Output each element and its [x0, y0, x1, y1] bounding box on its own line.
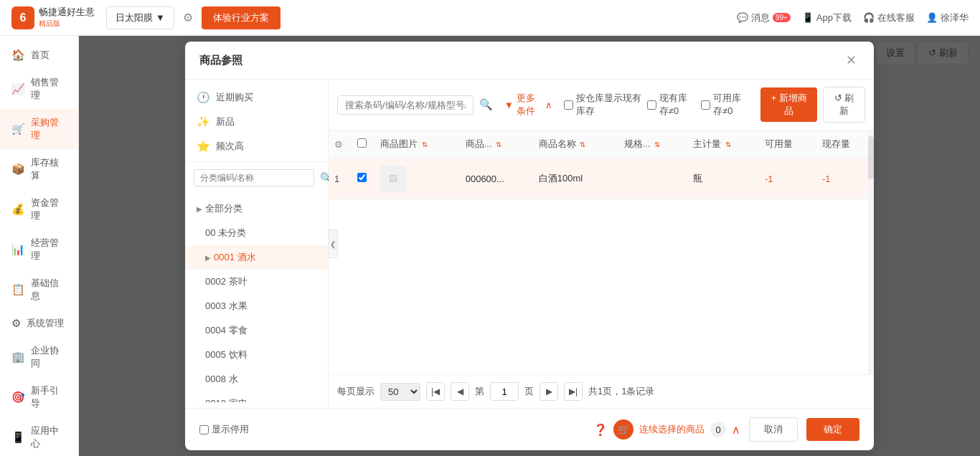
sidebar-item-inventory[interactable]: 📦 库存核算 — [0, 149, 78, 189]
cancel-button[interactable]: 取消 — [749, 417, 798, 442]
close-icon[interactable]: ✕ — [842, 52, 859, 69]
cart-icon[interactable]: 🛒 — [613, 419, 633, 440]
left-item-frequent[interactable]: ⭐ 频次高 — [185, 134, 328, 158]
sort-icon: ⇅ — [422, 141, 428, 148]
category-liquor[interactable]: ▶ 0001 酒水 — [185, 245, 328, 270]
usable-stock-checkbox[interactable] — [701, 100, 710, 110]
category-search-input[interactable] — [194, 169, 314, 186]
table-scrollbar[interactable] — [868, 130, 874, 374]
filter-icon: ▼ — [504, 100, 514, 110]
chevron-down-icon: ▼ — [156, 12, 165, 23]
nav-online-service[interactable]: 🎧 在线客服 — [863, 11, 915, 24]
category-beverage[interactable]: 0005 饮料 — [185, 343, 328, 367]
sidebar-item-operation[interactable]: 📊 经营管理 — [0, 229, 78, 270]
th-image[interactable]: 商品图片 ⇅ — [374, 130, 460, 158]
right-panel: 🔍 ▼ 更多条件 ∧ 按仓库显示现有库存 — [329, 80, 874, 408]
column-settings-icon[interactable]: ⚙ — [334, 139, 343, 150]
nav-app-download[interactable]: 📱 App下载 — [802, 11, 852, 24]
sidebar-item-purchase[interactable]: 🛒 采购管理 — [0, 109, 78, 149]
category-tea[interactable]: 0002 茶叶 — [185, 270, 328, 294]
basic-info-icon: 📋 — [11, 283, 25, 296]
row-unit: 瓶 — [687, 158, 759, 199]
nav-messages[interactable]: 💬 消息 99+ — [737, 11, 791, 24]
row-spec — [618, 158, 688, 199]
available-stock-checkbox[interactable] — [647, 100, 656, 110]
logo-text: 畅捷通好生意 精品版 — [39, 6, 95, 29]
star-icon: ⭐ — [197, 140, 210, 153]
search-icon[interactable]: 🔍 — [479, 98, 493, 111]
help-icon[interactable]: ❓ — [593, 423, 608, 437]
modal-overlay: 商品参照 ✕ 🕐 近期购买 ✨ 新品 — [79, 36, 980, 456]
first-page-button[interactable]: |◀ — [426, 382, 445, 401]
category-water[interactable]: 0008 水 — [185, 367, 328, 391]
guide-icon: 🎯 — [11, 391, 25, 404]
logo-area: 6 畅捷通好生意 精品版 — [11, 6, 98, 29]
store-selector[interactable]: 日太阳膜 ▼ — [106, 6, 174, 29]
recent-icon: 🕐 — [197, 91, 210, 104]
modal-toolbar: 🔍 ▼ 更多条件 ∧ 按仓库显示现有库存 — [329, 80, 874, 130]
row-checkbox-cell[interactable] — [352, 158, 374, 199]
category-snack[interactable]: 0004 零食 — [185, 318, 328, 343]
logo-icon: 6 — [11, 6, 34, 29]
left-item-recent[interactable]: 🕐 近期购买 — [185, 85, 328, 110]
sidebar-item-finance[interactable]: 💰 资金管理 — [0, 189, 78, 229]
sort-icon: ⇅ — [725, 141, 731, 148]
next-page-button[interactable]: ▶ — [540, 382, 558, 401]
last-page-button[interactable]: ▶| — [564, 382, 583, 401]
th-name[interactable]: 商品名称 ⇅ — [533, 130, 618, 158]
product-thumbnail: 🖼 — [380, 166, 406, 191]
sidebar-item-sales[interactable]: 📈 销售管理 — [0, 69, 78, 109]
operation-icon: 📊 — [11, 243, 25, 256]
finance-icon: 💰 — [11, 203, 25, 216]
product-search-input[interactable] — [337, 95, 473, 115]
th-code[interactable]: 商品... ⇅ — [460, 130, 533, 158]
table-row[interactable]: 1 🖼 — [329, 158, 874, 199]
sidebar-item-apps[interactable]: 📱 应用中心 — [0, 417, 78, 456]
th-stock: 现存量 — [816, 130, 874, 158]
modal-body: 🕐 近期购买 ✨ 新品 ⭐ 频次高 — [185, 80, 874, 408]
prev-page-button[interactable]: ◀ — [451, 382, 469, 401]
apps-icon: 📱 — [11, 431, 25, 444]
left-item-new[interactable]: ✨ 新品 — [185, 110, 328, 134]
refresh-button[interactable]: ↺ 刷新 — [823, 87, 865, 123]
sidebar-item-system[interactable]: ⚙ 系统管理 — [0, 310, 78, 337]
category-uncategorized[interactable]: 00 未分类 — [185, 221, 328, 245]
page-size-select[interactable]: 50 100 — [380, 383, 420, 401]
sidebar-item-guide[interactable]: 🎯 新手引导 — [0, 377, 78, 417]
filter-button[interactable]: ▼ 更多条件 ∧ — [499, 89, 558, 120]
checkbox-usable-stock[interactable]: 可用库存≠0 — [701, 92, 749, 118]
collapse-cart-icon[interactable]: ∧ — [732, 423, 740, 437]
show-disabled-checkbox[interactable] — [199, 425, 209, 434]
table-scrollbar-thumb[interactable] — [868, 136, 874, 179]
confirm-button[interactable]: 确定 — [806, 418, 859, 441]
sidebar-item-enterprise[interactable]: 🏢 企业协同 — [0, 337, 78, 377]
th-spec[interactable]: 规格... ⇅ — [618, 130, 688, 158]
show-disabled-checkbox-label[interactable]: 显示停用 — [199, 423, 249, 436]
category-all[interactable]: ▶ 全部分类 — [185, 196, 328, 221]
row-number: 1 — [329, 158, 352, 199]
checkbox-available-stock[interactable]: 现有库存≠0 — [647, 92, 695, 118]
product-table: ⚙ 商品图片 ⇅ — [329, 130, 874, 199]
th-unit[interactable]: 主计量 ⇅ — [687, 130, 759, 158]
message-icon: 💬 — [737, 12, 748, 23]
nav-user[interactable]: 👤 徐泽华 — [926, 11, 969, 24]
trial-button[interactable]: 体验行业方案 — [202, 6, 281, 29]
page-label-before: 第 — [475, 385, 484, 398]
gear-icon[interactable]: ⚙ — [183, 11, 193, 24]
category-appliance[interactable]: 0010 家电 — [185, 391, 328, 402]
page-number-input[interactable] — [490, 382, 519, 401]
cart-info: ❓ 🛒 连续选择的商品 0 ∧ — [593, 419, 740, 440]
select-all-checkbox[interactable] — [357, 138, 367, 148]
category-fruit[interactable]: 0003 水果 — [185, 294, 328, 318]
collapse-left-panel-button[interactable]: ❮ — [328, 229, 338, 258]
modal-header: 商品参照 ✕ — [185, 42, 874, 80]
checkbox-by-warehouse[interactable]: 按仓库显示现有库存 — [564, 92, 641, 118]
sidebar-item-basic-info[interactable]: 📋 基础信息 — [0, 270, 78, 310]
sidebar-item-home[interactable]: 🏠 首页 — [0, 42, 78, 69]
main-layout: 🏠 首页 📈 销售管理 🛒 采购管理 📦 库存核算 💰 资金管理 📊 经营管理 … — [0, 36, 980, 456]
by-warehouse-checkbox[interactable] — [564, 100, 573, 110]
row-checkbox[interactable] — [357, 173, 367, 182]
filter-collapse-icon: ∧ — [545, 100, 552, 110]
divider — [185, 161, 328, 162]
add-product-button[interactable]: + 新增商品 — [760, 87, 817, 122]
